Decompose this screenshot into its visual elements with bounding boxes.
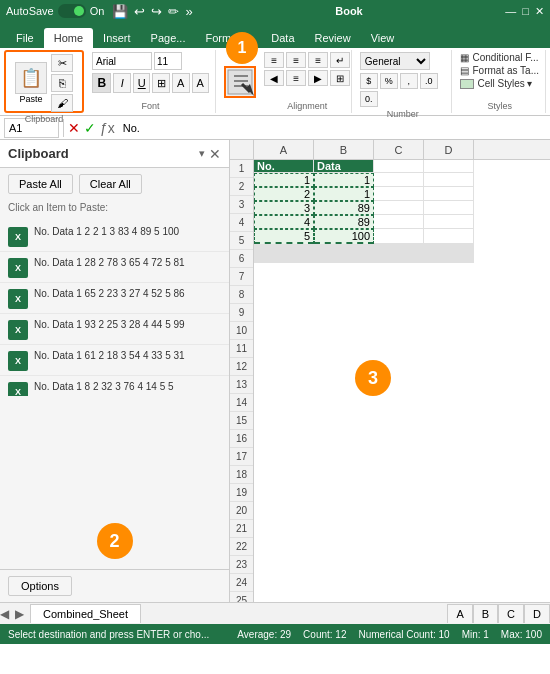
- cell-a5[interactable]: 4: [254, 215, 314, 229]
- clipboard-item[interactable]: X No. Data 1 2 2 1 3 83 4 89 5 100: [0, 221, 229, 252]
- cell-d5[interactable]: [424, 215, 474, 229]
- row-num-19[interactable]: 19: [230, 484, 253, 502]
- sheet-letter-d[interactable]: D: [524, 604, 550, 623]
- clipboard-item[interactable]: X No. Data 1 61 2 18 3 54 4 33 5 31: [0, 345, 229, 376]
- cell-a1[interactable]: No.: [254, 160, 314, 173]
- clipboard-item[interactable]: X No. Data 1 8 2 32 3 76 4 14 5 5: [0, 376, 229, 396]
- row-num-9[interactable]: 9: [230, 304, 253, 322]
- tab-file[interactable]: File: [6, 28, 44, 48]
- row-num-5[interactable]: 5: [230, 232, 253, 250]
- cell-d4[interactable]: [424, 201, 474, 215]
- fill-color-button[interactable]: A: [172, 73, 190, 93]
- clipboard-item[interactable]: X No. Data 1 93 2 25 3 28 4 44 5 99: [0, 314, 229, 345]
- row-num-20[interactable]: 20: [230, 502, 253, 520]
- row-num-12[interactable]: 12: [230, 358, 253, 376]
- row-num-13[interactable]: 13: [230, 376, 253, 394]
- align-left-button[interactable]: ◀: [264, 70, 284, 86]
- font-size-input[interactable]: [154, 52, 182, 70]
- cell-b6[interactable]: 100: [314, 229, 374, 244]
- align-middle-button[interactable]: ≡: [286, 52, 306, 68]
- row-num-8[interactable]: 8: [230, 286, 253, 304]
- sheet-letter-c[interactable]: C: [498, 604, 524, 623]
- cell-b25[interactable]: [314, 262, 374, 263]
- wrap-text-button[interactable]: ↵: [330, 52, 350, 68]
- cell-a2[interactable]: 1: [254, 173, 314, 187]
- align-top-button[interactable]: ≡: [264, 52, 284, 68]
- cell-c1[interactable]: [374, 160, 424, 173]
- format-painter-button[interactable]: 🖌: [51, 94, 73, 112]
- insert-function-icon[interactable]: ƒx: [100, 120, 115, 136]
- tab-insert[interactable]: Insert: [93, 28, 141, 48]
- clear-all-button[interactable]: Clear All: [79, 174, 142, 194]
- cell-b4[interactable]: 89: [314, 201, 374, 215]
- row-num-23[interactable]: 23: [230, 556, 253, 574]
- sheet-letter-a[interactable]: A: [447, 604, 472, 623]
- format-cell-button[interactable]: [224, 66, 256, 98]
- cell-d1[interactable]: [424, 160, 474, 173]
- row-num-25[interactable]: 25: [230, 592, 253, 602]
- tab-view[interactable]: View: [361, 28, 405, 48]
- row-num-3[interactable]: 3: [230, 196, 253, 214]
- row-num-17[interactable]: 17: [230, 448, 253, 466]
- col-header-b[interactable]: B: [314, 140, 374, 159]
- cancel-formula-icon[interactable]: ✕: [68, 120, 80, 136]
- cell-a6[interactable]: 5: [254, 229, 314, 244]
- minimize-icon[interactable]: —: [505, 5, 516, 17]
- cell-b5[interactable]: 89: [314, 215, 374, 229]
- cell-d3[interactable]: [424, 187, 474, 201]
- align-bottom-button[interactable]: ≡: [308, 52, 328, 68]
- cell-c6[interactable]: [374, 229, 424, 244]
- copy-button[interactable]: ⎘: [51, 74, 73, 92]
- sheet-nav-prev[interactable]: ◀: [0, 607, 9, 621]
- paste-button[interactable]: 📋 Paste: [15, 62, 47, 104]
- cell-c4[interactable]: [374, 201, 424, 215]
- clipboard-item[interactable]: X No. Data 1 28 2 78 3 65 4 72 5 81: [0, 252, 229, 283]
- row-num-6[interactable]: 6: [230, 250, 253, 268]
- tab-home[interactable]: Home: [44, 28, 93, 48]
- currency-button[interactable]: $: [360, 73, 378, 89]
- row-num-1[interactable]: 1: [230, 160, 253, 178]
- cut-button[interactable]: ✂: [51, 54, 73, 72]
- percent-button[interactable]: %: [380, 73, 398, 89]
- undo-icon[interactable]: ↩: [134, 4, 145, 19]
- cell-c2[interactable]: [374, 173, 424, 187]
- row-num-11[interactable]: 11: [230, 340, 253, 358]
- cell-d25[interactable]: [424, 262, 474, 263]
- cell-d6[interactable]: [424, 229, 474, 244]
- increase-decimal-button[interactable]: .0: [420, 73, 438, 89]
- sheet-nav-next[interactable]: ▶: [15, 607, 24, 621]
- borders-button[interactable]: ⊞: [152, 73, 170, 93]
- align-center-button[interactable]: ≡: [286, 70, 306, 86]
- paste-all-button[interactable]: Paste All: [8, 174, 73, 194]
- comma-button[interactable]: ,: [400, 73, 418, 89]
- row-num-10[interactable]: 10: [230, 322, 253, 340]
- col-header-c[interactable]: C: [374, 140, 424, 159]
- sheet-letter-b[interactable]: B: [473, 604, 498, 623]
- clipboard-item[interactable]: X No. Data 1 65 2 23 3 27 4 52 5 86: [0, 283, 229, 314]
- merge-button[interactable]: ⊞: [330, 70, 350, 86]
- customize-icon[interactable]: ✏: [168, 4, 179, 19]
- tab-data[interactable]: Data: [261, 28, 304, 48]
- bold-button[interactable]: B: [92, 73, 111, 93]
- align-right-button[interactable]: ▶: [308, 70, 328, 86]
- row-num-2[interactable]: 2: [230, 178, 253, 196]
- cell-b3[interactable]: 1: [314, 187, 374, 201]
- font-color-button[interactable]: A: [192, 73, 210, 93]
- more-icon[interactable]: »: [185, 4, 192, 19]
- row-num-18[interactable]: 18: [230, 466, 253, 484]
- row-num-15[interactable]: 15: [230, 412, 253, 430]
- cell-b2[interactable]: 1: [314, 173, 374, 187]
- conditional-formatting-button[interactable]: ▦ Conditional F...: [460, 52, 539, 63]
- row-num-16[interactable]: 16: [230, 430, 253, 448]
- cell-b1[interactable]: Data: [314, 160, 374, 173]
- tab-page-layout[interactable]: Page...: [141, 28, 196, 48]
- save-icon[interactable]: 💾: [112, 4, 128, 19]
- close-icon[interactable]: ✕: [535, 5, 544, 18]
- cell-a3[interactable]: 2: [254, 187, 314, 201]
- cell-c3[interactable]: [374, 187, 424, 201]
- font-name-input[interactable]: [92, 52, 152, 70]
- cell-a25[interactable]: [254, 262, 314, 263]
- underline-button[interactable]: U: [133, 73, 151, 93]
- col-header-a[interactable]: A: [254, 140, 314, 159]
- cell-d2[interactable]: [424, 173, 474, 187]
